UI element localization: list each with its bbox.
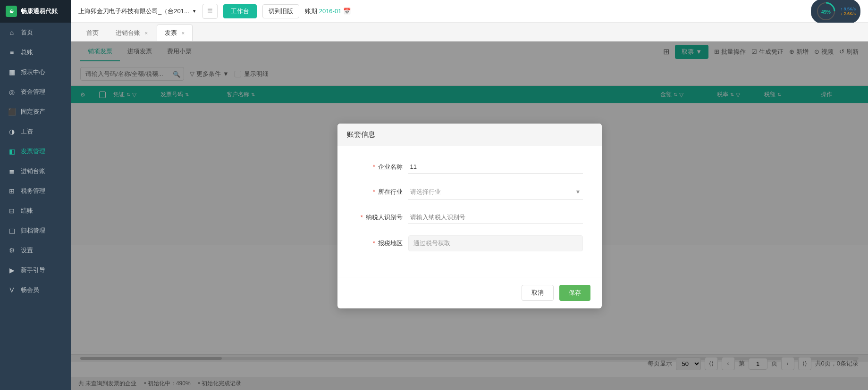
salary-icon: ◑ <box>8 128 16 135</box>
company-name-input[interactable] <box>408 160 583 174</box>
sidebar-item-label: 畅会员 <box>21 286 39 294</box>
sidebar-item-tax[interactable]: ⊞ 税务管理 <box>0 181 71 201</box>
period-label: 账期 <box>305 7 317 16</box>
ledger-icon: ≡ <box>8 49 16 56</box>
tab-bar: 首页 进销台账 × 发票 × <box>71 23 868 41</box>
tab-purchase[interactable]: 进销台账 × <box>108 25 156 41</box>
tab-home[interactable]: 首页 <box>78 25 107 41</box>
sidebar-item-label: 总账 <box>21 48 33 57</box>
calendar-icon[interactable]: 📅 <box>343 8 351 15</box>
workbench-button[interactable]: 工作台 <box>223 4 257 18</box>
svg-text:49%: 49% <box>821 9 831 15</box>
tab-invoice-close[interactable]: × <box>182 30 185 36</box>
tax-region-readonly: 通过税号获取 <box>408 235 583 251</box>
network-status: 49% ↑ 8.5K/s ↓ 2.6K/s <box>811 0 860 24</box>
sidebar-item-salary[interactable]: ◑ 工资 <box>0 122 71 141</box>
sidebar-item-ledger[interactable]: ≡ 总账 <box>0 42 71 62</box>
sidebar-item-close[interactable]: ⊟ 结账 <box>0 201 71 221</box>
report-icon: ▦ <box>8 68 16 76</box>
required-mark-3: * <box>361 214 363 221</box>
sidebar-item-label: 资金管理 <box>21 88 45 96</box>
industry-dropdown-icon: ▼ <box>575 189 581 195</box>
sidebar-item-report[interactable]: ▦ 报表中心 <box>0 62 71 82</box>
purchase-icon: ≣ <box>8 167 16 175</box>
main-content: 上海卯金刀电子科技有限公司_（台201... ▼ ☰ 工作台 切到旧版 账期 2… <box>71 0 868 390</box>
sidebar-item-purchase[interactable]: ≣ 进销台账 <box>0 161 71 181</box>
required-mark-2: * <box>373 188 375 195</box>
switch-old-button[interactable]: 切到旧版 <box>262 4 299 18</box>
industry-select[interactable]: 请选择行业 ▼ <box>408 185 583 199</box>
required-mark: * <box>373 163 375 170</box>
settings-icon: ⚙ <box>8 247 16 254</box>
company-name-label: * 企业名称 <box>356 163 408 171</box>
speed-down: ↓ 2.6K/s <box>840 11 856 16</box>
app-logo: ☯ 畅康通易代账 <box>0 0 71 23</box>
logo-icon: ☯ <box>6 6 17 17</box>
sidebar-item-member[interactable]: V 畅会员 <box>0 280 71 300</box>
sidebar-item-settings[interactable]: ⚙ 设置 <box>0 241 71 260</box>
company-name: 上海卯金刀电子科技有限公司_（台201... <box>78 7 189 16</box>
modal-overlay[interactable]: 账套信息 * 企业名称 <box>71 41 868 390</box>
page-content: 销项发票 进项发票 费用小票 ⊞ 取票 ▼ ⊞ <box>71 41 868 390</box>
tab-purchase-close[interactable]: × <box>145 30 148 36</box>
sidebar-item-fund[interactable]: ◎ 资金管理 <box>0 82 71 102</box>
required-mark-4: * <box>373 240 375 247</box>
form-row-industry: * 所在行业 请选择行业 ▼ <box>356 185 583 199</box>
dialog-body: * 企业名称 * 所在行业 请选择行业 <box>337 146 602 277</box>
form-row-company: * 企业名称 <box>356 160 583 174</box>
period-value: 2016-01 <box>319 8 342 15</box>
invoice-icon: ◧ <box>8 148 16 155</box>
account-info-dialog: 账套信息 * 企业名称 <box>337 124 602 308</box>
app-name: 畅康通易代账 <box>21 7 58 16</box>
dialog-header: 账套信息 <box>337 124 602 146</box>
save-button[interactable]: 保存 <box>559 285 590 301</box>
sidebar-item-label: 工资 <box>21 127 33 136</box>
period-display: 账期 2016-01 📅 <box>305 7 351 16</box>
sidebar-item-label: 报表中心 <box>21 68 45 76</box>
network-circle: 49% <box>816 1 836 22</box>
sidebar-item-invoice[interactable]: ◧ 发票管理 <box>0 141 71 161</box>
sidebar-item-fixed[interactable]: ⬛ 固定资产 <box>0 102 71 122</box>
tab-invoice[interactable]: 发票 × <box>157 25 193 41</box>
close-account-icon: ⊟ <box>8 207 16 215</box>
sidebar-item-label: 新手引导 <box>21 266 45 274</box>
tax-id-input[interactable] <box>408 211 583 224</box>
sidebar: ☯ 畅康通易代账 ⌂ 首页 ≡ 总账 ▦ 报表中心 ◎ 资金管理 ⬛ 固定资产 … <box>0 0 71 390</box>
topbar: 上海卯金刀电子科技有限公司_（台201... ▼ ☰ 工作台 切到旧版 账期 2… <box>71 0 868 23</box>
sidebar-item-archive[interactable]: ◫ 归档管理 <box>0 221 71 241</box>
company-selector[interactable]: 上海卯金刀电子科技有限公司_（台201... ▼ <box>78 7 197 16</box>
industry-label: * 所在行业 <box>356 188 408 196</box>
fund-icon: ◎ <box>8 88 16 96</box>
sidebar-item-label: 归档管理 <box>21 226 45 235</box>
region-label: * 报税地区 <box>356 239 408 248</box>
home-icon: ⌂ <box>8 29 16 36</box>
archive-icon: ◫ <box>8 227 16 234</box>
sidebar-item-label: 首页 <box>21 28 33 37</box>
company-dropdown-icon: ▼ <box>192 8 197 14</box>
sidebar-item-label: 设置 <box>21 246 33 255</box>
taxid-label: * 纳税人识别号 <box>356 213 408 222</box>
info-icon: ☰ <box>207 8 213 15</box>
guide-icon: ▶ <box>8 266 16 274</box>
sidebar-item-home[interactable]: ⌂ 首页 <box>0 23 71 42</box>
sidebar-item-label: 发票管理 <box>21 147 45 156</box>
dialog-footer: 取消 保存 <box>337 277 602 308</box>
form-row-region: * 报税地区 通过税号获取 <box>356 235 583 251</box>
speed-display: ↑ 8.5K/s ↓ 2.6K/s <box>840 7 856 16</box>
sidebar-item-label: 结账 <box>21 207 33 215</box>
sidebar-item-label: 固定资产 <box>21 108 45 116</box>
member-icon: V <box>8 286 16 294</box>
company-info-button[interactable]: ☰ <box>202 4 218 19</box>
tax-icon: ⊞ <box>8 187 16 195</box>
sidebar-item-label: 进销台账 <box>21 167 45 175</box>
sidebar-item-label: 税务管理 <box>21 187 45 195</box>
speed-up: ↑ 8.5K/s <box>840 7 856 11</box>
form-row-taxid: * 纳税人识别号 <box>356 211 583 224</box>
fixed-icon: ⬛ <box>8 108 16 116</box>
sidebar-item-guide[interactable]: ▶ 新手引导 <box>0 260 71 280</box>
cancel-button[interactable]: 取消 <box>522 285 554 301</box>
